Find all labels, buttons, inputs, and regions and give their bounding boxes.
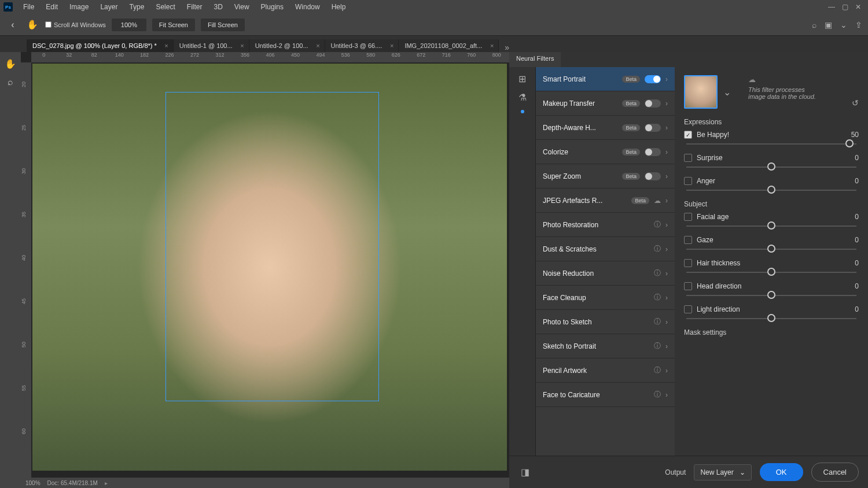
slider-track[interactable] <box>686 295 856 296</box>
filter-item[interactable]: Smart PortraitBeta› <box>536 67 675 91</box>
menu-window[interactable]: Window <box>289 3 326 11</box>
zoom-input[interactable] <box>112 19 146 31</box>
filter-toggle[interactable] <box>645 75 661 83</box>
reset-icon[interactable]: ↺ <box>852 98 859 108</box>
document-tab[interactable]: DSC_0278.jpg @ 100% (Layer 0, RGB/8*) *× <box>27 39 174 52</box>
close-icon[interactable]: ✕ <box>855 3 861 11</box>
hand-tool-icon[interactable]: ✋ <box>25 18 39 32</box>
filter-item[interactable]: Dust & Scratchesⓘ› <box>536 237 675 261</box>
slider-checkbox[interactable] <box>684 259 692 267</box>
filter-item[interactable]: Depth-Aware H...Beta› <box>536 116 675 140</box>
slider-track[interactable] <box>686 143 856 145</box>
menu-image[interactable]: Image <box>64 3 94 11</box>
slider-checkbox[interactable] <box>684 154 692 162</box>
filter-item[interactable]: ColorizeBeta› <box>536 140 675 164</box>
menu-plugins[interactable]: Plugins <box>255 3 289 11</box>
info-icon[interactable]: ⓘ <box>654 341 661 351</box>
info-icon[interactable]: ⓘ <box>654 244 661 254</box>
share-icon[interactable]: ⇪ <box>855 20 862 29</box>
slider-checkbox[interactable] <box>684 177 692 185</box>
tab-close-icon[interactable]: × <box>240 42 244 49</box>
featured-category-icon[interactable]: ⊞ <box>517 73 528 84</box>
menu-type[interactable]: Type <box>123 3 150 11</box>
search-icon[interactable]: ⌕ <box>812 20 816 29</box>
slider-thumb[interactable] <box>767 186 775 194</box>
info-icon[interactable]: ⓘ <box>654 365 661 375</box>
menu-3d[interactable]: 3D <box>208 3 228 11</box>
ok-button[interactable]: OK <box>760 463 803 481</box>
panel-tab-neural-filters[interactable]: Neural Filters <box>509 52 561 67</box>
info-icon[interactable]: ⓘ <box>654 390 661 400</box>
fit-screen-button[interactable]: Fit Screen <box>152 19 195 31</box>
tab-close-icon[interactable]: × <box>490 42 494 49</box>
scroll-all-windows-checkbox[interactable]: Scroll All Windows <box>45 21 106 28</box>
face-select-chevron-icon[interactable]: ⌄ <box>723 87 731 98</box>
back-button[interactable]: ‹ <box>6 18 20 32</box>
menu-file[interactable]: File <box>17 3 40 11</box>
slider-track[interactable] <box>686 318 856 319</box>
menu-view[interactable]: View <box>229 3 255 11</box>
slider-checkbox[interactable] <box>684 305 692 313</box>
slider-thumb[interactable] <box>767 268 775 276</box>
info-icon[interactable]: ⓘ <box>654 293 661 302</box>
slider-checkbox[interactable] <box>684 236 692 244</box>
hand-tool[interactable]: ✋ <box>2 56 19 72</box>
filter-item[interactable]: Makeup TransferBeta› <box>536 91 675 116</box>
tab-close-icon[interactable]: × <box>164 42 168 49</box>
filter-item[interactable]: Pencil Artworkⓘ› <box>536 358 675 383</box>
cloud-download-icon[interactable]: ☁ <box>654 197 661 205</box>
slider-thumb[interactable] <box>767 245 775 253</box>
slider-thumb[interactable] <box>767 291 775 299</box>
filter-item[interactable]: Face to Caricatureⓘ› <box>536 383 675 407</box>
maximize-icon[interactable]: ▢ <box>842 3 848 11</box>
slider-track[interactable] <box>686 272 856 273</box>
filter-item[interactable]: Photo to Sketchⓘ› <box>536 310 675 334</box>
filter-toggle[interactable] <box>645 148 661 156</box>
slider-track[interactable] <box>686 249 856 250</box>
fill-screen-button[interactable]: Fill Screen <box>201 19 245 31</box>
workspace-icon[interactable]: ▣ <box>825 20 832 29</box>
slider-track[interactable] <box>686 225 856 227</box>
menu-select[interactable]: Select <box>150 3 181 11</box>
filter-item[interactable]: JPEG Artefacts R...Beta☁› <box>536 188 675 213</box>
tabs-overflow-icon[interactable]: » <box>499 43 515 52</box>
slider-track[interactable] <box>686 167 856 168</box>
menu-filter[interactable]: Filter <box>181 3 208 11</box>
zoom-tool[interactable]: ⌕ <box>2 74 19 90</box>
info-icon[interactable]: ⓘ <box>654 220 661 230</box>
beta-category-icon[interactable]: ⚗ <box>517 91 528 103</box>
filter-item[interactable]: Face Cleanupⓘ› <box>536 286 675 310</box>
face-thumbnail[interactable] <box>684 75 718 109</box>
tab-close-icon[interactable]: × <box>390 42 393 49</box>
document-tab[interactable]: Untitled-1 @ 100...× <box>174 39 249 52</box>
preview-mode-icon[interactable]: ◨ <box>518 466 531 479</box>
filter-toggle[interactable] <box>645 172 661 180</box>
menu-help[interactable]: Help <box>326 3 352 11</box>
slider-track[interactable] <box>686 190 856 191</box>
menu-layer[interactable]: Layer <box>94 3 123 11</box>
slider-thumb[interactable] <box>767 221 775 230</box>
filter-item[interactable]: Super ZoomBeta› <box>536 164 675 188</box>
info-icon[interactable]: ⓘ <box>654 317 661 327</box>
slider-thumb[interactable] <box>767 162 775 171</box>
filter-toggle[interactable] <box>645 124 661 132</box>
document-tab[interactable]: IMG_20201108_0002_aft...× <box>399 39 499 52</box>
minimize-icon[interactable]: — <box>828 3 835 11</box>
chevron-down-icon[interactable]: ⌄ <box>840 20 847 29</box>
slider-checkbox[interactable] <box>684 131 692 139</box>
filter-item[interactable]: Sketch to Portraitⓘ› <box>536 334 675 358</box>
filter-toggle[interactable] <box>645 99 661 108</box>
menu-edit[interactable]: Edit <box>40 3 64 11</box>
slider-thumb[interactable] <box>845 139 854 147</box>
tab-close-icon[interactable]: × <box>316 42 319 49</box>
slider-thumb[interactable] <box>767 314 775 322</box>
cancel-button[interactable]: Cancel <box>811 463 859 482</box>
canvas[interactable] <box>32 64 507 471</box>
document-tab[interactable]: Untitled-2 @ 100...× <box>249 39 325 52</box>
output-select[interactable]: New Layer <box>694 464 751 480</box>
slider-checkbox[interactable] <box>684 282 692 290</box>
filter-item[interactable]: Photo Restorationⓘ› <box>536 213 675 237</box>
info-icon[interactable]: ⓘ <box>654 268 661 278</box>
slider-checkbox[interactable] <box>684 213 692 221</box>
document-tab[interactable]: Untitled-3 @ 66....× <box>325 39 399 52</box>
